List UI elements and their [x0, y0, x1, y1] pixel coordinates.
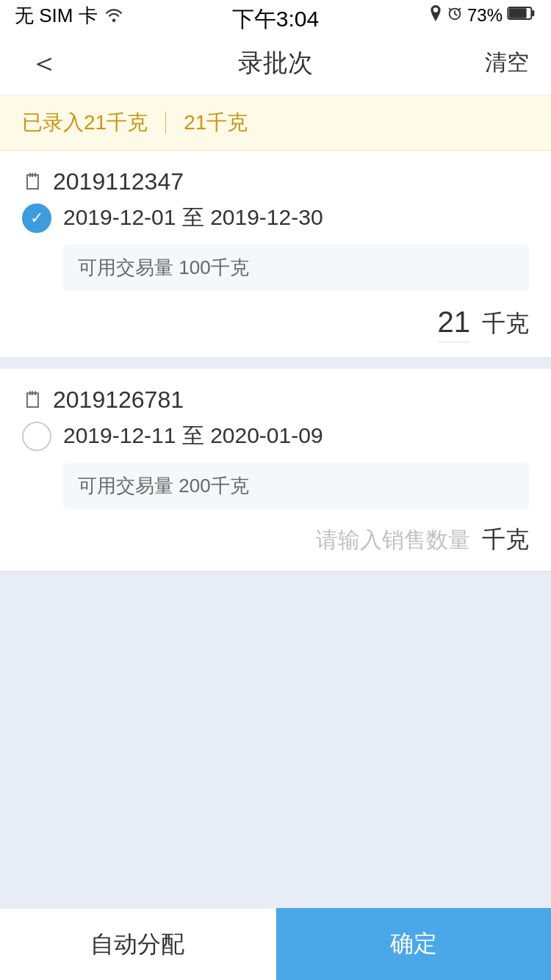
- batch-2-input-row: 请输入销售数量 千克: [0, 509, 551, 572]
- batch-2-date: 2019-12-11 至 2020-01-09: [63, 421, 323, 451]
- info-banner: 已录入21千克 21千克: [0, 96, 551, 151]
- batch-2-available: 可用交易量 200千克: [63, 463, 529, 509]
- status-bar: 无 SIM 卡 下午3:04: [0, 0, 551, 31]
- clear-button[interactable]: 清空: [485, 48, 529, 78]
- batch-1-unit: 千克: [482, 308, 529, 340]
- batch-1-quantity-row: 21 千克: [0, 291, 551, 357]
- status-left: 无 SIM 卡: [15, 3, 124, 29]
- svg-rect-3: [509, 8, 527, 18]
- status-time: 下午3:04: [232, 4, 319, 35]
- battery-label: 73%: [467, 5, 503, 26]
- batch-2-radio[interactable]: [22, 422, 51, 451]
- batch-1-date-row[interactable]: 2019-12-01 至 2019-12-30: [22, 203, 529, 233]
- batch-2-unit: 千克: [482, 524, 529, 556]
- confirm-button[interactable]: 确定: [276, 908, 552, 980]
- location-icon: [429, 5, 442, 26]
- page-title: 录批次: [238, 46, 313, 80]
- content-area: 🗒 2019112347 2019-12-01 至 2019-12-30 可用交…: [0, 151, 551, 980]
- page: 无 SIM 卡 下午3:04: [0, 0, 551, 980]
- wifi-icon: [104, 4, 124, 27]
- batch-1-number: 2019112347: [53, 168, 184, 195]
- bottom-bar: 自动分配 确定: [0, 908, 551, 980]
- alarm-icon: [447, 5, 463, 26]
- batch-item-2: 🗒 2019126781 2019-12-11 至 2020-01-09 可用交…: [0, 369, 551, 572]
- batch-doc-icon-2: 🗒: [22, 388, 44, 413]
- batch-1-quantity-value[interactable]: 21: [438, 306, 471, 342]
- section-separator: [0, 357, 551, 369]
- batch-2-number: 2019126781: [53, 386, 184, 414]
- batch-1-date: 2019-12-01 至 2019-12-30: [63, 203, 323, 233]
- status-right: 73%: [429, 5, 536, 26]
- info-divider: [165, 112, 166, 134]
- batch-2-input-placeholder[interactable]: 请输入销售数量: [0, 525, 470, 555]
- recorded-label: 已录入21千克: [22, 109, 148, 137]
- carrier-label: 无 SIM 卡: [15, 3, 98, 29]
- batch-doc-icon-1: 🗒: [22, 170, 44, 195]
- batch-1-header-section: 🗒 2019112347 2019-12-01 至 2019-12-30 可用交…: [0, 151, 551, 291]
- batch-2-date-row[interactable]: 2019-12-11 至 2020-01-09: [22, 421, 529, 451]
- batch-2-header-section: 🗒 2019126781 2019-12-11 至 2020-01-09 可用交…: [0, 369, 551, 509]
- batch-2-header: 🗒 2019126781: [22, 386, 529, 414]
- nav-bar: ＜ 录批次 清空: [0, 31, 551, 96]
- batch-1-header: 🗒 2019112347: [22, 168, 529, 195]
- battery-icon: [507, 5, 536, 26]
- back-button[interactable]: ＜: [22, 35, 66, 90]
- batch-1-available: 可用交易量 100千克: [63, 245, 529, 291]
- svg-rect-2: [531, 10, 534, 16]
- batch-item-1: 🗒 2019112347 2019-12-01 至 2019-12-30 可用交…: [0, 151, 551, 357]
- auto-distribute-button[interactable]: 自动分配: [0, 908, 276, 980]
- batch-1-radio[interactable]: [22, 203, 51, 233]
- info-amount: 21千克: [184, 109, 248, 137]
